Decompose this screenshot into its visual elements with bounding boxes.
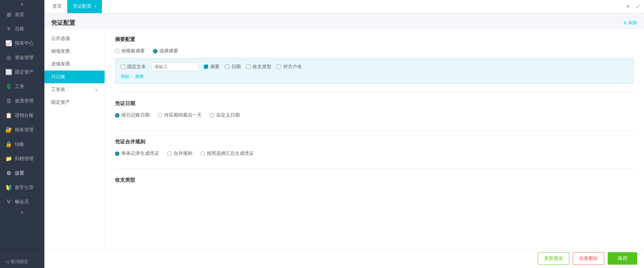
sidebar: ▲ ⊞ 首页 ≡ 总账 📈 报表中心 ◎ 资金管理 ⬜ 固定资产 💲 工资 ☰ … [0, 0, 44, 268]
sidebar-item-reports[interactable]: 📈 报表中心 [0, 36, 44, 50]
checkbox-summary[interactable]: 摘要 [204, 64, 220, 70]
radio-journal-date[interactable]: 按日记账日期 [115, 112, 150, 118]
checkbox-summary-input[interactable] [204, 64, 208, 69]
voucher-date-section: 凭证日期 按日记账日期 对应期间最后一天 自定义日期 [115, 100, 634, 131]
sidebar-scroll-up[interactable]: ▲ [0, 0, 44, 7]
merge-rule-option3-label: 按照选择汇总生成凭证 [207, 150, 254, 157]
left-nav-payroll-table[interactable]: 工资表 ∨ [44, 83, 105, 96]
radio-period-last-day-input[interactable] [158, 113, 162, 118]
radio-single-record-input[interactable] [115, 151, 119, 156]
income-type-label: 收支类型 [253, 64, 271, 70]
sidebar-scroll-down[interactable]: ▼ [0, 209, 44, 216]
radio-aggregate-input[interactable] [200, 151, 205, 156]
radio-aggregate[interactable]: 按照选择汇总生成凭证 [200, 150, 254, 157]
sidebar-label-home: 首页 [15, 12, 24, 18]
checkbox-fixed-text-input[interactable] [121, 64, 125, 69]
sidebar-item-ledger[interactable]: ≡ 总账 [0, 22, 44, 36]
tab-close-button[interactable]: × [94, 4, 97, 9]
example-label: 例如： [121, 74, 134, 79]
summary-checkboxes-row: 固定文本 摘要 日期 [121, 62, 628, 71]
sidebar-item-assets[interactable]: ⬜ 固定资产 [0, 65, 44, 79]
guide-icon: 🔰 [5, 184, 12, 191]
income-type-section: 收支类型 [115, 177, 634, 197]
merge-rules-title: 凭证合并规则 [115, 139, 634, 145]
tab-home[interactable]: 首页 [47, 0, 67, 13]
refresh-icon: ↻ [623, 20, 627, 26]
sidebar-label-close: 结账 [15, 141, 24, 147]
vip-icon: V [5, 199, 12, 205]
sidebar-label-settings: 设置 [15, 170, 24, 176]
close-accounts-icon: 🔒 [5, 141, 12, 147]
left-nav-purchase-invoice[interactable]: 进项发票 [44, 58, 105, 71]
left-nav: 公共选项 销项发票 进项发票 日记账 工资表 ∨ 固定资产 [44, 30, 105, 249]
sidebar-item-settings[interactable]: ⚙ 设置 [0, 166, 44, 180]
radio-period-last-day[interactable]: 对应期间最后一天 [158, 112, 202, 118]
sidebar-label-reports: 报表中心 [15, 40, 34, 46]
sidebar-item-payroll[interactable]: 💲 工资 [0, 79, 44, 94]
voucher-date-option3-label: 自定义日期 [216, 112, 240, 118]
left-nav-journal[interactable]: 日记账 [44, 71, 105, 83]
left-nav-fixed-assets[interactable]: 固定资产 [44, 96, 105, 109]
bottom-bar: 更新预览 批量删除 保存 [44, 249, 644, 268]
refresh-button[interactable]: ↻ 刷新 [623, 20, 637, 26]
sidebar-item-archive[interactable]: 📁 归档管理 [0, 151, 44, 166]
checkbox-income-type-input[interactable] [246, 64, 251, 69]
voucher-date-radio-group: 按日记账日期 对应期间最后一天 自定义日期 [115, 112, 634, 118]
sidebar-label-tax: 税务管理 [15, 127, 34, 133]
checkbox-date-input[interactable] [225, 64, 229, 69]
radio-template-summary-input[interactable] [115, 49, 119, 53]
sidebar-item-invoice[interactable]: ☰ 发票管理 [0, 94, 44, 108]
sidebar-item-close-accounts[interactable]: 🔒 结账 [0, 137, 44, 151]
window-resize-icon[interactable]: ⤢ [634, 2, 641, 11]
radio-custom-date[interactable]: 自定义日期 [210, 112, 240, 118]
sidebar-unpin-button[interactable]: ◁ 取消固定 [0, 255, 44, 268]
checkbox-fixed-text[interactable]: 固定文本 [121, 64, 146, 70]
sidebar-label-payroll: 工资 [15, 84, 24, 90]
sidebar-item-sales[interactable]: 📋 进销台账 [0, 108, 44, 123]
checkbox-date[interactable]: 日期 [225, 64, 241, 70]
left-nav-sales-invoice-label: 销项发票 [51, 48, 70, 54]
batch-delete-button[interactable]: 批量删除 [573, 252, 604, 265]
sidebar-label-guide: 新手引导 [15, 185, 34, 191]
save-button[interactable]: 保存 [608, 252, 637, 265]
radio-journal-date-input[interactable] [115, 113, 119, 118]
radio-merge-rule[interactable]: 合并规则 [167, 150, 192, 157]
checkbox-income-type[interactable]: 收支类型 [246, 64, 271, 70]
radio-single-record[interactable]: 单条记录生成凭证 [115, 150, 159, 157]
left-nav-public[interactable]: 公共选项 [44, 32, 105, 45]
radio-template-label: 按模板摘要 [121, 48, 145, 54]
update-preview-button[interactable]: 更新预览 [538, 252, 569, 265]
sidebar-label-ledger: 总账 [15, 26, 24, 32]
sidebar-item-guide[interactable]: 🔰 新手引导 [0, 180, 44, 195]
left-nav-purchase-invoice-label: 进项发票 [51, 61, 70, 67]
sidebar-item-home[interactable]: ⊞ 首页 [0, 7, 44, 22]
sidebar-item-funds[interactable]: ◎ 资金管理 [0, 50, 44, 65]
radio-custom-date-input[interactable] [210, 113, 214, 118]
fixed-text-label: 固定文本 [127, 64, 146, 70]
radio-merge-rule-input[interactable] [167, 151, 172, 156]
chevron-down-icon: ∨ [95, 87, 98, 92]
reports-icon: 📈 [5, 40, 12, 46]
checkbox-counterparty[interactable]: 对方户名 [277, 64, 302, 70]
sidebar-bottom-label: 取消固定 [11, 259, 28, 265]
archive-icon: 📁 [5, 155, 12, 162]
radio-select-summary[interactable]: 选择摘要 [153, 48, 178, 54]
left-nav-sales-invoice[interactable]: 销项发票 [44, 45, 105, 58]
checkbox-counterparty-input[interactable] [277, 64, 281, 69]
tab-bar: 首页 凭证配置 × ✕ ⤢ [44, 0, 644, 13]
window-close-icon[interactable]: ✕ [624, 2, 632, 11]
radio-template-summary[interactable]: 按模板摘要 [115, 48, 145, 54]
main-area: 首页 凭证配置 × ✕ ⤢ 凭证配置 ↻ 刷新 公共选项 [44, 0, 644, 268]
voucher-date-option1-label: 按日记账日期 [121, 112, 150, 118]
left-nav-journal-label: 日记账 [51, 74, 65, 80]
radio-select-summary-input[interactable] [153, 49, 157, 53]
summary-radio-group: 按模板摘要 选择摘要 [115, 48, 634, 54]
counterparty-label: 对方户名 [283, 64, 302, 70]
tab-voucher-config[interactable]: 凭证配置 × [67, 0, 102, 13]
sidebar-item-vip[interactable]: V 畅会员 [0, 195, 44, 209]
fixed-text-input[interactable] [151, 62, 198, 71]
summary-config-title: 摘要配置 [115, 36, 634, 43]
voucher-date-option2-label: 对应期间最后一天 [164, 112, 202, 118]
sidebar-item-tax[interactable]: 🔐 税务管理 [0, 123, 44, 137]
unpin-icon: ◁ [5, 259, 9, 264]
